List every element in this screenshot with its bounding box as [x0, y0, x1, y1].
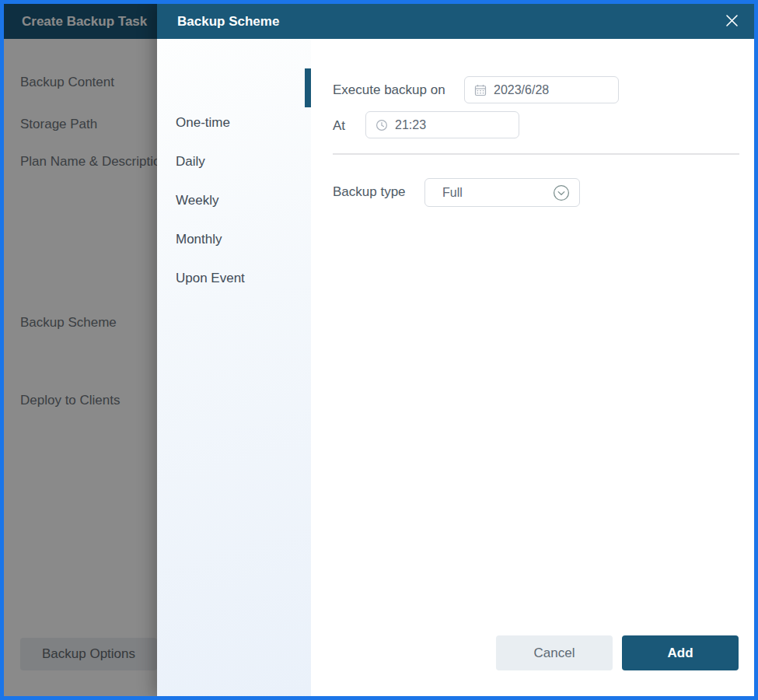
create-backup-task-window: Create Backup Task Backup Content Storag…: [0, 0, 758, 700]
date-field[interactable]: [464, 76, 619, 103]
backup-type-select[interactable]: Full: [424, 178, 580, 207]
add-button[interactable]: Add: [622, 635, 739, 670]
backup-type-value: Full: [442, 186, 553, 200]
active-tab-indicator: [305, 68, 311, 107]
time-input[interactable]: [395, 118, 496, 132]
tab-upon-event[interactable]: Upon Event: [176, 268, 245, 289]
at-label: At: [333, 117, 345, 135]
tab-one-time[interactable]: One-time: [176, 113, 230, 133]
tab-weekly[interactable]: Weekly: [176, 191, 218, 211]
close-icon: [725, 14, 739, 30]
section-divider: [333, 153, 739, 155]
backup-type-label: Backup type: [333, 183, 406, 201]
chevron-down-circle-icon: [553, 184, 570, 201]
dialog-title: Backup Scheme: [177, 14, 279, 30]
tab-daily[interactable]: Daily: [176, 152, 205, 172]
time-field[interactable]: [365, 111, 519, 138]
close-button[interactable]: [720, 10, 743, 33]
tab-monthly[interactable]: Monthly: [176, 229, 222, 250]
dialog-titlebar: Backup Scheme: [157, 4, 754, 39]
date-input[interactable]: [494, 83, 595, 97]
execute-backup-on-label: Execute backup on: [333, 81, 445, 100]
backup-scheme-dialog: Backup Scheme One-time Daily Weekly Mont…: [157, 4, 754, 696]
calendar-icon: [474, 84, 487, 96]
clock-icon: [376, 119, 388, 131]
cancel-button[interactable]: Cancel: [496, 635, 613, 670]
scheme-tab-nav: One-time Daily Weekly Monthly Upon Event: [157, 39, 311, 696]
scheme-form: Execute backup on At: [311, 39, 754, 696]
